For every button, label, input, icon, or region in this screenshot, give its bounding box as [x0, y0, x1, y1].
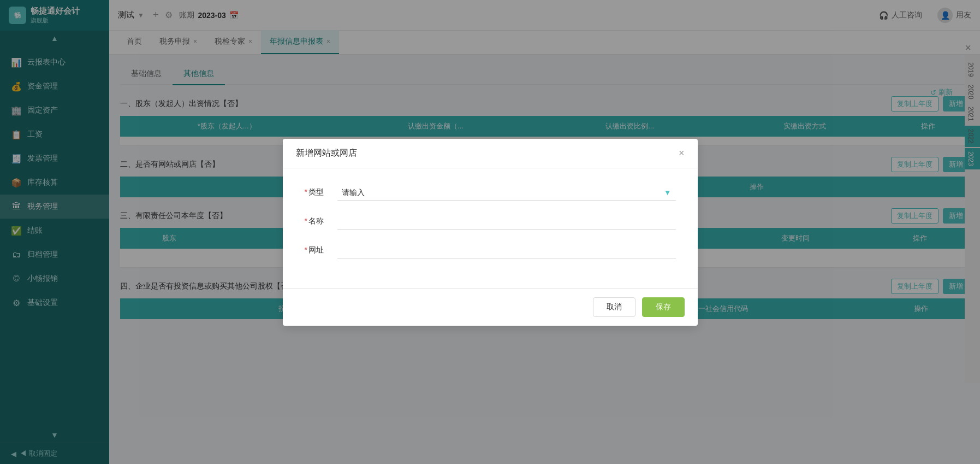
form-label-name: *名称	[305, 216, 337, 226]
add-website-modal: 新增网站或网店 × *类型 请输入 ▼ *名称	[283, 139, 698, 326]
cancel-button[interactable]: 取消	[593, 297, 635, 317]
url-input[interactable]	[337, 243, 676, 259]
required-mark-name: *	[305, 216, 307, 225]
save-button[interactable]: 保存	[642, 297, 685, 317]
type-select-wrapper: 请输入 ▼	[337, 185, 676, 201]
modal-footer: 取消 保存	[283, 288, 698, 326]
form-field-type: *类型 请输入 ▼	[305, 185, 676, 201]
name-input[interactable]	[337, 214, 676, 230]
required-mark-type: *	[305, 187, 307, 196]
modal-header: 新增网站或网店 ×	[283, 139, 698, 168]
form-label-type: *类型	[305, 187, 337, 197]
type-select[interactable]: 请输入	[337, 185, 676, 201]
modal-overlay: 新增网站或网店 × *类型 请输入 ▼ *名称	[0, 0, 980, 464]
modal-close-button[interactable]: ×	[679, 148, 685, 159]
form-field-url: *网址	[305, 243, 676, 259]
modal-title: 新增网站或网店	[296, 148, 357, 159]
modal-body: *类型 请输入 ▼ *名称 *网址	[283, 168, 698, 288]
required-mark-url: *	[305, 245, 307, 254]
form-label-url: *网址	[305, 245, 337, 255]
form-field-name: *名称	[305, 214, 676, 230]
